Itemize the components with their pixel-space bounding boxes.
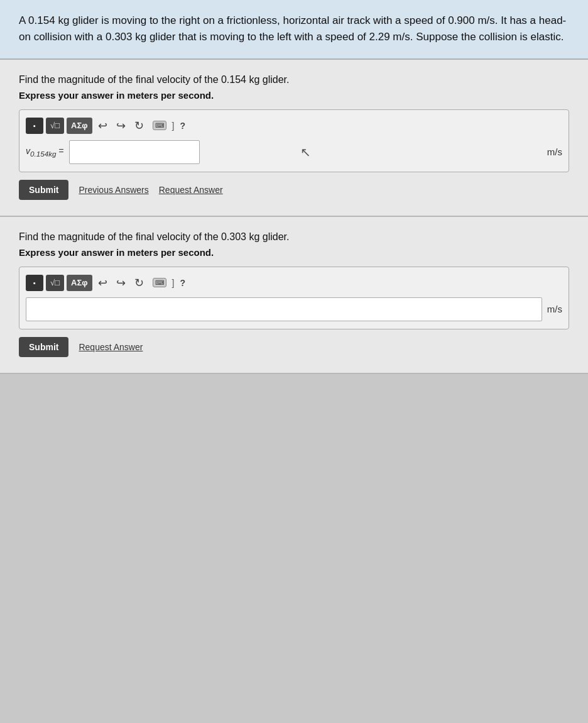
undo-button[interactable]: ↩: [95, 118, 111, 134]
q2-greek-button[interactable]: ΑΣφ: [67, 275, 92, 291]
sqrt-button[interactable]: √□: [46, 118, 64, 134]
q2-refresh-button[interactable]: ↻: [131, 275, 147, 291]
q2-bracket-separator: ]: [172, 278, 175, 288]
q2-redo-button[interactable]: ↪: [113, 275, 129, 291]
question2-subtext: Express your answer in meters per second…: [19, 247, 569, 258]
q2-help-button[interactable]: ?: [177, 277, 188, 289]
refresh-symbol: ↻: [134, 119, 144, 133]
question1-var-label: v0.154kg =: [26, 146, 64, 158]
q2-undo-symbol: ↩: [98, 276, 107, 290]
question1-subtext: Express your answer in meters per second…: [19, 90, 569, 101]
keyboard-button[interactable]: ⌨: [150, 119, 170, 131]
q2-undo-button[interactable]: ↩: [95, 275, 111, 291]
question2-toolbar: ▪ √□ ΑΣφ ↩ ↪ ↻ ⌨: [26, 273, 562, 292]
keyboard-icon: ⌨: [153, 121, 166, 130]
q2-question-symbol: ?: [180, 278, 185, 288]
question2-answer-input[interactable]: [26, 297, 542, 321]
greek-label: ΑΣφ: [71, 121, 88, 130]
sqrt-label: √□: [50, 121, 60, 131]
question2-answer-box: ▪ √□ ΑΣφ ↩ ↪ ↻ ⌨: [19, 267, 569, 329]
question2-text: Find the magnitude of the final velocity…: [19, 229, 569, 245]
question2-input-row: m/s: [26, 297, 562, 321]
page-wrapper: A 0.154 kg glider is moving to the right…: [0, 0, 588, 374]
cursor-arrow: ↖: [300, 145, 311, 160]
q2-keyboard-button[interactable]: ⌨: [150, 277, 170, 289]
question1-input-container: ↖: [69, 140, 542, 164]
question2-actions: Submit Request Answer: [19, 337, 569, 357]
question2-submit-button[interactable]: Submit: [19, 337, 68, 357]
help-button[interactable]: ?: [177, 119, 188, 132]
previous-answers-button[interactable]: Previous Answers: [79, 185, 148, 195]
q2-keyboard-icon: ⌨: [153, 278, 166, 287]
question2-unit: m/s: [547, 304, 562, 314]
question1-submit-button[interactable]: Submit: [19, 180, 68, 200]
question2-section: Find the magnitude of the final velocity…: [0, 217, 588, 374]
question1-unit: m/s: [547, 146, 562, 157]
question1-input-row: v0.154kg = ↖ m/s: [26, 140, 562, 164]
matrix-icon-button[interactable]: ▪: [26, 118, 43, 134]
question1-text: Find the magnitude of the final velocity…: [19, 72, 569, 87]
undo-symbol: ↩: [98, 119, 107, 133]
question1-section: Find the magnitude of the final velocity…: [0, 60, 588, 217]
q2-redo-symbol: ↪: [116, 276, 126, 290]
question1-answer-box: ▪ √□ ΑΣφ ↩ ↪ ↻ ⌨: [19, 109, 569, 172]
q2-greek-label: ΑΣφ: [71, 278, 88, 287]
q2-refresh-symbol: ↻: [134, 276, 144, 290]
refresh-button[interactable]: ↻: [131, 118, 147, 134]
greek-button[interactable]: ΑΣφ: [67, 118, 92, 134]
problem-statement: A 0.154 kg glider is moving to the right…: [0, 0, 588, 60]
q2-request-answer-button[interactable]: Request Answer: [79, 342, 143, 352]
redo-button[interactable]: ↪: [113, 118, 129, 134]
question-symbol: ?: [180, 121, 185, 131]
question1-answer-input[interactable]: [69, 140, 200, 164]
q2-sqrt-label: √□: [50, 278, 60, 288]
request-answer-button[interactable]: Request Answer: [159, 185, 223, 195]
question1-actions: Submit Previous Answers Request Answer: [19, 180, 569, 200]
q2-sqrt-button[interactable]: √□: [46, 275, 64, 291]
bracket-separator: ]: [172, 121, 175, 131]
question1-toolbar: ▪ √□ ΑΣφ ↩ ↪ ↻ ⌨: [26, 116, 562, 135]
redo-symbol: ↪: [116, 119, 126, 133]
q2-matrix-icon-button[interactable]: ▪: [26, 275, 43, 291]
problem-text: A 0.154 kg glider is moving to the right…: [19, 13, 569, 46]
